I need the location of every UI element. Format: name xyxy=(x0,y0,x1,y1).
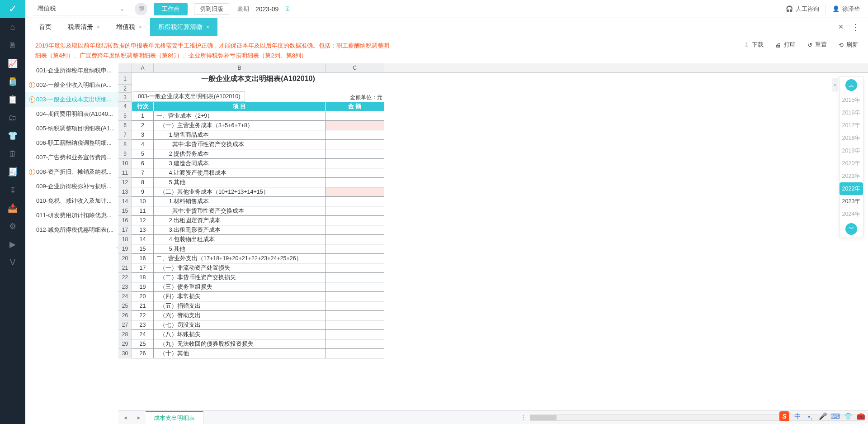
tax-type-select[interactable]: 增值税 ⌄ xyxy=(33,3,128,15)
list-item[interactable]: 007-广告费和业务宣传费跨... xyxy=(25,150,118,165)
year-option[interactable]: 2023年 xyxy=(840,195,863,208)
cell-lineno[interactable]: 6 xyxy=(132,159,154,168)
year-option[interactable]: 2020年 xyxy=(840,157,863,170)
cell-lineno[interactable]: 16 xyxy=(132,254,154,263)
cell-item[interactable]: 二、营业外支出（17+18+19+20+21+22+23+24+25+26） xyxy=(154,254,326,263)
cell-lineno[interactable]: 25 xyxy=(132,339,154,349)
sogou-ime-icon[interactable]: S xyxy=(779,411,789,421)
cell-item[interactable]: （四）非常损失 xyxy=(154,292,326,301)
ime-skin-icon[interactable]: 👕 xyxy=(844,412,853,421)
consult-button[interactable]: 🎧 人工咨询 xyxy=(786,5,819,13)
year-option[interactable]: 2024年 xyxy=(840,208,863,220)
row-header[interactable]: 2 xyxy=(118,85,132,93)
cell-lineno[interactable]: 18 xyxy=(132,273,154,282)
cell-lineno[interactable]: 20 xyxy=(132,292,154,301)
list-item[interactable]: 009-企业所得税弥补亏损明... xyxy=(25,179,118,194)
row-header[interactable]: 6 xyxy=(118,121,132,130)
cell-item[interactable]: （五）捐赠支出 xyxy=(154,301,326,311)
workbench-button[interactable]: 工作台 xyxy=(154,3,188,15)
switch-old-button[interactable]: 切到旧版 xyxy=(194,3,229,15)
row-header[interactable]: 15 xyxy=(118,206,132,216)
cell-lineno[interactable]: 2 xyxy=(132,121,154,130)
cell-lineno[interactable]: 19 xyxy=(132,282,154,292)
ime-mic-icon[interactable]: 🎤 xyxy=(818,412,827,421)
nav-tax-icon[interactable]: 🧾 xyxy=(0,163,25,181)
cell-item[interactable]: 4.包装物出租成本 xyxy=(154,235,326,244)
cell-amount[interactable] xyxy=(326,225,384,235)
row-header[interactable]: 1 xyxy=(118,73,132,85)
year-option[interactable]: 2017年 xyxy=(840,119,863,132)
cell-amount[interactable] xyxy=(326,178,384,187)
cell-lineno[interactable]: 23 xyxy=(132,320,154,330)
app-logo[interactable]: ✓ xyxy=(0,0,25,18)
cell-lineno[interactable]: 7 xyxy=(132,168,154,178)
row-header[interactable]: 3 xyxy=(118,93,132,102)
row-header[interactable]: 8 xyxy=(118,140,132,149)
year-option[interactable]: 2018年 xyxy=(840,132,863,144)
cell-lineno[interactable]: 5 xyxy=(132,149,154,159)
cell-amount[interactable] xyxy=(326,244,384,254)
cell-item[interactable]: （十）其他 xyxy=(154,349,326,358)
nav-chart-icon[interactable]: 📈 xyxy=(0,54,25,72)
cell-amount[interactable] xyxy=(326,320,384,330)
row-header[interactable]: 29 xyxy=(118,339,132,349)
nav-calendar-icon[interactable]: 🗓 xyxy=(0,145,25,163)
list-item[interactable]: 010-免税、减计收入及加计... xyxy=(25,194,118,208)
cell-item[interactable]: （二）非货币性资产交换损失 xyxy=(154,273,326,282)
cell-lineno[interactable]: 15 xyxy=(132,244,154,254)
cell-item[interactable]: （二）其他业务成本（10+12+13+14+15） xyxy=(154,187,326,197)
doc-round-button[interactable]: 🗐 xyxy=(135,3,147,15)
cell-item[interactable]: 2.出租固定资产成本 xyxy=(154,216,326,225)
list-item[interactable]: 006-职工薪酬纳税调整明细... xyxy=(25,136,118,150)
nav-clipboard-icon[interactable]: 📋 xyxy=(0,91,25,109)
sheet-split[interactable]: ⋮ xyxy=(516,414,530,421)
col-header-b[interactable]: B xyxy=(154,63,326,72)
cell-lineno[interactable]: 10 xyxy=(132,197,154,206)
cell-amount[interactable] xyxy=(326,282,384,292)
row-header[interactable]: 30 xyxy=(118,349,132,358)
close-all-tabs-button[interactable]: × xyxy=(834,22,848,32)
close-icon[interactable]: × xyxy=(97,24,100,30)
cell-item[interactable]: 其中:非货币性资产交换成本 xyxy=(154,206,326,216)
cell-item[interactable]: 5.其他 xyxy=(154,178,326,187)
cell-item[interactable]: 一、营业成本（2+9） xyxy=(154,111,326,121)
cell-item[interactable]: 3.出租无形资产成本 xyxy=(154,225,326,235)
col-header-a[interactable]: A xyxy=(132,63,154,72)
cell-item[interactable]: （九）无法收回的债券股权投资损失 xyxy=(154,339,326,349)
sheet-tab[interactable]: 成本支出明细表 xyxy=(146,411,203,424)
cell-amount[interactable] xyxy=(326,263,384,273)
cell-lineno[interactable]: 4 xyxy=(132,140,154,149)
cell-item[interactable]: 其中:非货币性资产交换成本 xyxy=(154,140,326,149)
cell-item[interactable]: 5.其他 xyxy=(154,244,326,254)
download-button[interactable]: ⇩下载 xyxy=(744,41,764,49)
cell-item[interactable]: （一）非流动资产处置损失 xyxy=(154,263,326,273)
cell-lineno[interactable]: 12 xyxy=(132,216,154,225)
cell-amount[interactable] xyxy=(326,235,384,244)
row-header[interactable]: 17 xyxy=(118,225,132,235)
ime-punct-icon[interactable]: •, xyxy=(806,412,815,421)
nav-settings-icon[interactable]: ⚙ xyxy=(0,217,25,235)
cell-amount[interactable] xyxy=(326,149,384,159)
cell-lineno[interactable]: 8 xyxy=(132,178,154,187)
row-header[interactable]: 16 xyxy=(118,216,132,225)
year-option[interactable]: 2021年 xyxy=(840,170,863,182)
row-header[interactable]: 27 xyxy=(118,320,132,330)
nav-video-icon[interactable]: ▶ xyxy=(0,235,25,253)
cell-amount[interactable] xyxy=(326,197,384,206)
nav-shirt-icon[interactable]: 👕 xyxy=(0,127,25,145)
cell-amount[interactable] xyxy=(326,168,384,178)
row-header[interactable]: 26 xyxy=(118,311,132,320)
list-item[interactable]: 011-研发费用加计扣除优惠... xyxy=(25,208,118,223)
cell-lineno[interactable]: 11 xyxy=(132,206,154,216)
list-item[interactable]: 008-资产折旧、摊销及纳税... xyxy=(25,165,118,179)
cell-amount[interactable] xyxy=(326,206,384,216)
nav-report-icon[interactable]: 🗂 xyxy=(0,109,25,127)
user-menu[interactable]: 👤 徐泽华 xyxy=(832,5,860,13)
list-item[interactable]: 002-一般企业收入明细表(A... xyxy=(25,78,118,92)
row-header[interactable]: 23 xyxy=(118,282,132,292)
row-header[interactable]: 22 xyxy=(118,273,132,282)
cell-amount[interactable] xyxy=(326,301,384,311)
cell-item[interactable]: 2.提供劳务成本 xyxy=(154,149,326,159)
ime-toolbox-icon[interactable]: 🧰 xyxy=(856,412,865,421)
cell-amount[interactable] xyxy=(326,130,384,140)
